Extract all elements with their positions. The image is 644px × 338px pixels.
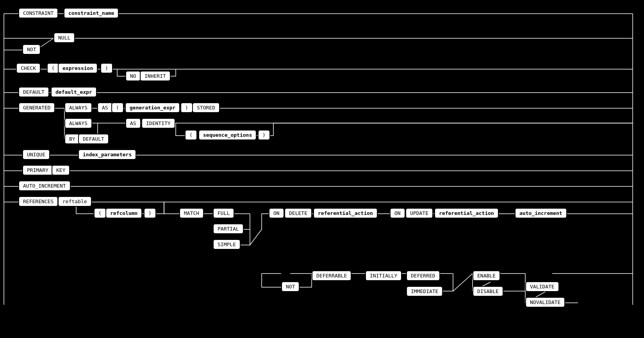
- node-novalidate: NOVALIDATE: [525, 297, 565, 308]
- node-on2: ON: [390, 208, 405, 218]
- node-unique: UNIQUE: [22, 149, 50, 160]
- node-constraint: CONSTRAINT: [18, 8, 58, 18]
- node-refcolumn: refcolumn: [105, 208, 142, 218]
- node-generated: GENERATED: [18, 102, 55, 113]
- node-lparen2: (: [111, 102, 124, 113]
- node-auto_increment: auto_increment: [515, 208, 567, 218]
- node-rparen1: ): [100, 63, 113, 73]
- node-disable: DISABLE: [473, 286, 503, 297]
- node-rparen2: ): [180, 102, 193, 113]
- node-inherit: INHERIT: [140, 71, 171, 81]
- node-match: MATCH: [179, 208, 204, 218]
- node-full: FULL: [213, 208, 234, 218]
- node-deferrable: DEFERRABLE: [312, 270, 351, 281]
- node-default_expr: default_expr: [51, 87, 97, 97]
- node-update: UPDATE: [405, 208, 433, 218]
- syntax-diagram: CONSTRAINTconstraint_nameNULLNOTCHECK(ex…: [0, 0, 644, 338]
- node-lparen4: (: [94, 208, 106, 218]
- node-generation_expr: generation_expr: [125, 102, 180, 113]
- node-rparen3: ): [258, 130, 270, 140]
- node-auto_increment: AUTO_INCREMENT: [18, 181, 71, 191]
- node-lparen3: (: [185, 130, 197, 140]
- node-rparen4: ): [144, 208, 156, 218]
- node-index_parameters: index_parameters: [78, 149, 136, 160]
- node-references: REFERENCES: [18, 196, 58, 207]
- node-always2: ALWAYS: [64, 118, 92, 129]
- node-reftable: reftable: [58, 196, 92, 207]
- node-always1: ALWAYS: [64, 102, 92, 113]
- node-partial: PARTIAL: [213, 224, 244, 234]
- node-as2: AS: [125, 118, 141, 129]
- node-simple: SIMPLE: [213, 239, 241, 250]
- node-not: NOT: [22, 44, 41, 55]
- node-referential_action1: referential_action: [313, 208, 378, 218]
- node-not2: NOT: [281, 281, 300, 292]
- node-constraint_name: constraint_name: [64, 8, 119, 18]
- node-expression: expression: [58, 63, 98, 73]
- node-default2: DEFAULT: [78, 134, 109, 144]
- node-check: CHECK: [16, 63, 41, 73]
- node-initially: INITIALLY: [365, 270, 402, 281]
- node-immediate: IMMEDIATE: [406, 286, 443, 297]
- node-null: NULL: [54, 32, 75, 43]
- node-primary: PRIMARY: [22, 165, 53, 175]
- node-by: BY: [64, 134, 80, 144]
- node-referential_action2: referential_action: [434, 208, 499, 218]
- node-default: DEFAULT: [18, 87, 49, 97]
- node-on1: ON: [269, 208, 284, 218]
- node-delete: DELETE: [284, 208, 312, 218]
- node-sequence_options: sequence_options: [198, 130, 257, 140]
- node-no: NO: [125, 71, 141, 81]
- node-as1: AS: [97, 102, 113, 113]
- node-enable: ENABLE: [473, 270, 500, 281]
- node-validate: VALIDATE: [525, 281, 559, 292]
- node-key: KEY: [52, 165, 70, 175]
- node-deferred: DEFERRED: [406, 270, 440, 281]
- node-identity: IDENTITY: [141, 118, 175, 129]
- node-stored: STORED: [192, 102, 220, 113]
